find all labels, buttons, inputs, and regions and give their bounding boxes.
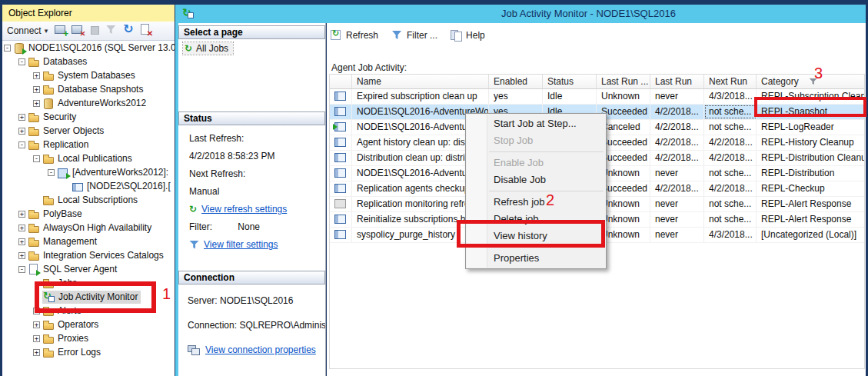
stop-icon	[88, 23, 102, 36]
tree-item-replication[interactable]: -Replication	[2, 138, 175, 151]
status-header: Status	[178, 111, 325, 125]
job-icon	[334, 168, 346, 178]
col-header-category[interactable]: Category	[757, 75, 865, 88]
cell-job-icon	[330, 89, 352, 104]
tree-item-label: [AdventureWorks2012]:	[72, 167, 168, 178]
cell-status: Idle	[543, 89, 597, 104]
expand-toggle[interactable]: +	[18, 252, 25, 259]
expand-toggle[interactable]: +	[33, 86, 40, 93]
view-connection-properties-link[interactable]: View connection properties	[205, 344, 316, 355]
tree-item-local-publications[interactable]: -Local Publications	[2, 151, 175, 165]
tree-item-alwayson-high-availability[interactable]: +AlwaysOn High Availability	[2, 221, 175, 235]
folder-icon	[42, 195, 55, 206]
expand-toggle[interactable]: +	[33, 72, 40, 79]
tree-item-label: [NODE2\SQL2016].[	[87, 181, 171, 191]
collapse-toggle[interactable]: -	[18, 266, 25, 273]
agent-job-activity-caption: Agent Job Activity:	[331, 62, 407, 73]
cell-last_run: 4/2/2018...	[650, 105, 704, 119]
connect-server-icon[interactable]	[54, 23, 68, 36]
toolbar-button-label: Filter ...	[407, 30, 437, 41]
disconnect-server-icon[interactable]	[71, 23, 85, 36]
menu-item-refresh-job[interactable]: Refresh job	[466, 194, 606, 211]
agent-icon	[28, 264, 40, 275]
view-filter-settings-link[interactable]: View filter settings	[204, 239, 278, 250]
menu-separator	[489, 151, 604, 152]
cell-next_run: 4/2/2018...	[704, 135, 757, 150]
collapse-toggle[interactable]: -	[18, 58, 25, 65]
collapse-toggle[interactable]: -	[18, 141, 25, 148]
cell-job-icon	[330, 166, 352, 181]
tree-item-adventureworks2012[interactable]: -[AdventureWorks2012]:	[2, 165, 175, 179]
cell-job-icon	[330, 212, 352, 227]
expand-toggle[interactable]: +	[18, 225, 25, 231]
help-button[interactable]: Help	[450, 29, 485, 41]
subscription-icon	[72, 181, 84, 192]
expand-toggle[interactable]: +	[33, 335, 40, 342]
filter-icon	[391, 29, 403, 41]
tree-item-sql-server-agent[interactable]: -SQL Server Agent	[2, 262, 175, 276]
cell-last_run: never	[650, 212, 704, 227]
expand-toggle[interactable]: +	[18, 238, 25, 245]
tree-item-management[interactable]: +Management	[2, 235, 175, 248]
tree-item-server-objects[interactable]: +Server Objects	[2, 124, 175, 138]
col-header-next-run[interactable]: Next Run	[704, 75, 757, 88]
tree-item-error-logs[interactable]: +Error Logs	[2, 345, 175, 359]
menu-item-properties[interactable]: Properties	[466, 250, 606, 267]
menu-item-start-job-at-step[interactable]: Start Job at Step...	[466, 115, 606, 132]
col-header-last-run[interactable]: Last Run ...	[597, 75, 650, 88]
all-jobs-item[interactable]: ↻ All Jobs	[183, 42, 233, 55]
view-refresh-settings-link[interactable]: View refresh settings	[201, 204, 287, 215]
folder-icon	[42, 153, 55, 165]
menu-item-disable-job[interactable]: Disable Job	[466, 171, 606, 188]
script-error-icon[interactable]	[138, 23, 153, 36]
col-header-name[interactable]: Name	[352, 75, 489, 88]
col-header-label: Name	[357, 75, 381, 88]
connect-button[interactable]: Connect ▾	[7, 25, 48, 36]
filter-button[interactable]: Filter ...	[391, 29, 437, 41]
tree-item-operators[interactable]: +Operators	[2, 318, 175, 331]
expand-toggle[interactable]: +	[18, 211, 25, 218]
object-explorer-toolbar: Connect ▾	[2, 22, 175, 41]
collapse-toggle[interactable]: -	[33, 155, 40, 162]
window-title: Job Activity Monitor - NODE1\SQL2016	[501, 5, 676, 23]
tree-item-polybase[interactable]: +PolyBase	[2, 207, 175, 221]
tree-item-label: Integration Services Catalogs	[43, 250, 164, 261]
expand-toggle[interactable]: +	[33, 349, 40, 356]
filter-label: Filter:	[189, 221, 212, 232]
collapse-toggle[interactable]: -	[48, 169, 55, 176]
tree-item-proxies[interactable]: +Proxies	[2, 331, 175, 345]
col-header-last-run[interactable]: Last Run	[650, 75, 704, 88]
col-header-icon[interactable]	[330, 75, 352, 88]
annotation-box-repl-snapshot	[754, 97, 866, 117]
tree-item-integration-services-catalogs[interactable]: +Integration Services Catalogs	[2, 248, 175, 262]
tree-item-local-subscriptions[interactable]: Local Subscriptions	[2, 193, 175, 207]
expand-toggle[interactable]: +	[18, 128, 25, 135]
tree-item-database-snapshots[interactable]: +Database Snapshots	[2, 82, 175, 96]
col-header-status[interactable]: Status	[543, 75, 597, 88]
annotation-number-1: 1	[162, 285, 171, 303]
tree-item-node1-sql2016-sql-server-13-0-1[interactable]: -NODE1\SQL2016 (SQL Server 13.0.1	[2, 41, 175, 55]
cell-next_run: 4/3/2018...	[704, 228, 757, 242]
refresh-icon[interactable]	[121, 23, 136, 36]
job-activity-monitor-icon	[182, 7, 195, 19]
tree-item-security[interactable]: +Security	[2, 110, 175, 124]
col-header-enabled[interactable]: Enabled	[489, 75, 543, 88]
window-titlebar: Job Activity Monitor - NODE1\SQL2016	[175, 5, 866, 23]
expand-toggle[interactable]: +	[33, 321, 40, 328]
cell-category: [Uncategorized (Local)]	[757, 228, 865, 242]
job-icon	[334, 184, 346, 193]
cell-job-icon	[330, 120, 352, 135]
folder-icon	[28, 56, 40, 68]
cell-category: REPL-Distribution	[757, 166, 865, 181]
tree-item-label: Databases	[43, 56, 87, 67]
tree-item-node2-sql2016[interactable]: [NODE2\SQL2016].[	[2, 179, 175, 193]
refresh-button[interactable]: Refresh	[330, 29, 378, 41]
expand-toggle[interactable]: +	[18, 114, 25, 121]
publication-icon	[57, 167, 69, 178]
tree-item-adventureworks2012[interactable]: +AdventureWorks2012	[2, 96, 175, 110]
tree-item-databases[interactable]: -Databases	[2, 55, 175, 68]
expand-toggle[interactable]: +	[33, 100, 40, 107]
collapse-toggle[interactable]: -	[4, 45, 11, 52]
tree-item-system-databases[interactable]: +System Databases	[2, 68, 175, 82]
folder-icon	[28, 208, 40, 220]
